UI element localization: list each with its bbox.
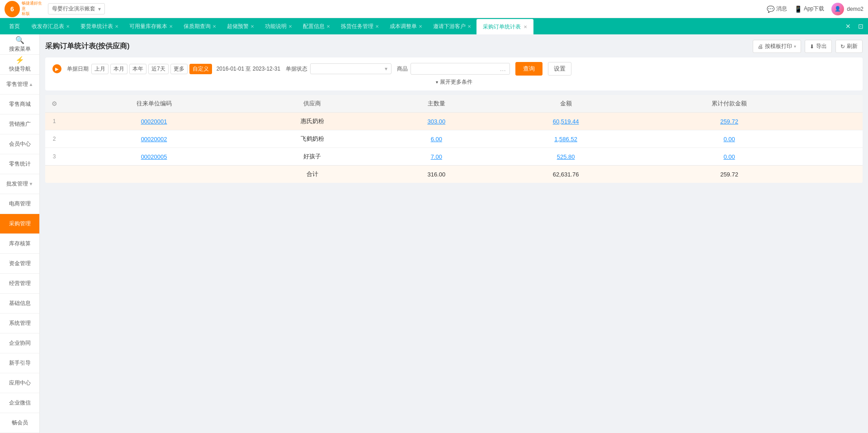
status-filter-group: 单据状态 ▾ [286, 63, 392, 74]
row-paid[interactable]: 259.72 [639, 113, 820, 130]
sidebar-item-ecommerce[interactable]: 电商管理 [0, 194, 39, 214]
sidebar-item-enterprise[interactable]: 企业协同 [0, 333, 39, 353]
date-filter-group: 单据日期 上月 本月 本年 近7天 更多 自定义 2016-01-01 至 20… [67, 64, 280, 74]
settings-icon[interactable]: ⚙ [52, 100, 57, 107]
row-code[interactable]: 00020005 [63, 148, 245, 166]
close-icon[interactable]: ✕ [419, 24, 422, 29]
expand-more-btn[interactable]: ▾ 展开更多条件 [436, 78, 472, 86]
tab-keyongliang[interactable]: 可用量库存账本 ✕ [124, 18, 178, 34]
chevron-down-icon: ▾ [436, 80, 438, 85]
btn-last-7[interactable]: 近7天 [148, 64, 169, 74]
goods-filter-group: 商品 … [397, 63, 510, 75]
col-amount: 金额 [493, 95, 639, 113]
row-amount[interactable]: 1,586.52 [493, 130, 639, 148]
tab-yaoqing[interactable]: 邀请下游客户 ✕ [428, 18, 476, 34]
filter-toggle-arrow[interactable]: ▶ [52, 64, 61, 73]
close-icon[interactable]: ✕ [288, 24, 292, 29]
download-icon: 📱 [794, 5, 802, 13]
nav-close-btn[interactable]: ✕ [844, 22, 853, 31]
close-icon[interactable]: ✕ [524, 24, 527, 29]
sidebar-item-operations[interactable]: 经营管理 [0, 274, 39, 294]
btn-this-month[interactable]: 本月 [110, 64, 127, 74]
message-icon: 💬 [767, 5, 774, 13]
sidebar-item-marketing[interactable]: 营销推广 [0, 114, 39, 134]
tab-chaochuyujing[interactable]: 超储预警 ✕ [222, 18, 259, 34]
query-button[interactable]: 查询 [515, 62, 542, 76]
btn-this-year[interactable]: 本年 [129, 64, 146, 74]
row-code[interactable]: 00020001 [63, 113, 245, 130]
close-icon[interactable]: ✕ [467, 24, 471, 29]
row-index: 3 [45, 148, 63, 166]
footer-paid: 259.72 [639, 166, 820, 183]
close-icon[interactable]: ✕ [326, 24, 330, 29]
nav-right-actions: ✕ ⊡ [844, 22, 865, 31]
workspace-selector[interactable]: 母婴行业演示账套 ▾ [48, 3, 105, 14]
tab-gongneng[interactable]: 功能说明 ✕ [259, 18, 297, 34]
row-quantity[interactable]: 6.00 [380, 130, 493, 148]
row-paid[interactable]: 0.00 [639, 148, 820, 166]
btn-custom[interactable]: 自定义 [189, 64, 212, 74]
close-icon[interactable]: ✕ [375, 24, 379, 29]
sidebar-item-retail-mall[interactable]: 零售商城 [0, 95, 39, 114]
row-quantity[interactable]: 7.00 [380, 148, 493, 166]
sidebar-item-wechat[interactable]: 企业微信 [0, 393, 39, 413]
settings-button[interactable]: 设置 [548, 62, 571, 76]
sidebar-item-member[interactable]: 会员中心 [0, 134, 39, 154]
table-row: 2 00020002 飞鹤奶粉 6.00 1,586.52 0.00 [45, 130, 863, 148]
date-label: 单据日期 [67, 65, 89, 73]
tab-jianhuo[interactable]: 拣货任务管理 ✕ [335, 18, 384, 34]
col-settings[interactable]: ⚙ [45, 95, 63, 113]
table-row: 1 00020001 惠氏奶粉 303.00 60,519.44 259.72 [45, 113, 863, 130]
row-amount[interactable]: 525.80 [493, 148, 639, 166]
sidebar-item-purchase[interactable]: 采购管理 [0, 214, 39, 234]
sidebar-item-changhui[interactable]: 畅会员 [0, 413, 39, 433]
nav-expand-btn[interactable]: ⊡ [856, 22, 865, 31]
tab-peizhi[interactable]: 配置信息 ✕ [297, 18, 335, 34]
row-amount[interactable]: 60,519.44 [493, 113, 639, 130]
footer-quantity: 316.00 [380, 166, 493, 183]
tab-chengben[interactable]: 成本调整单 ✕ [384, 18, 428, 34]
close-icon[interactable]: ✕ [212, 24, 216, 29]
search-icon: 🔍 [15, 36, 24, 44]
goods-input[interactable]: … [410, 63, 510, 75]
tab-shoufacun[interactable]: 收发存汇总表 ✕ [26, 18, 75, 34]
refresh-button[interactable]: ↻ 刷新 [835, 40, 863, 53]
sidebar-item-search[interactable]: 🔍 搜索菜单 [0, 34, 39, 55]
close-icon[interactable]: ✕ [169, 24, 173, 29]
tab-baozhi[interactable]: 保质期查询 ✕ [178, 18, 222, 34]
tab-home[interactable]: 首页 [3, 18, 26, 34]
sidebar-item-wholesale[interactable]: 批发管理 ▼ [0, 174, 39, 194]
sidebar-item-basic-info[interactable]: 基础信息 [0, 294, 39, 314]
status-select[interactable]: ▾ [310, 63, 392, 74]
filter-area: ▶ 单据日期 上月 本月 本年 近7天 更多 自定义 2016-01-01 至 … [45, 57, 863, 90]
sidebar-item-retail-mgmt[interactable]: 零售管理 ▲ [0, 75, 39, 95]
close-icon[interactable]: ✕ [115, 24, 118, 29]
date-range-display: 2016-01-01 至 2023-12-31 [217, 65, 280, 73]
user-avatar[interactable]: 👤 demo2 [831, 3, 863, 15]
tab-yaohuodan[interactable]: 要货单统计表 ✕ [75, 18, 124, 34]
top-right-actions: 💬 消息 📱 App下载 👤 demo2 [767, 3, 863, 15]
more-icon[interactable]: … [500, 65, 506, 72]
close-icon[interactable]: ✕ [66, 24, 70, 29]
row-paid[interactable]: 0.00 [639, 130, 820, 148]
sidebar-item-finance[interactable]: 资金管理 [0, 254, 39, 274]
btn-last-month[interactable]: 上月 [91, 64, 108, 74]
close-icon[interactable]: ✕ [250, 24, 254, 29]
sidebar-item-inventory[interactable]: 库存核算 [0, 234, 39, 254]
message-button[interactable]: 💬 消息 [767, 5, 787, 13]
sidebar-item-newbie[interactable]: 新手引导 [0, 353, 39, 373]
app-download-button[interactable]: 📱 App下载 [794, 5, 824, 13]
btn-more-dates[interactable]: 更多 [170, 64, 188, 74]
tab-caigou-active[interactable]: 采购订单统计表 ✕ [476, 19, 533, 34]
nav-icon: ⚡ [15, 56, 24, 64]
print-button[interactable]: 🖨 按模板打印 ▾ [753, 40, 801, 53]
sidebar-item-retail-stats[interactable]: 零售统计 [0, 154, 39, 174]
row-quantity[interactable]: 303.00 [380, 113, 493, 130]
row-supplier: 惠氏奶粉 [245, 113, 380, 130]
sidebar-item-quick-nav[interactable]: ⚡ 快捷导航 [0, 55, 39, 75]
row-code[interactable]: 00020002 [63, 130, 245, 148]
sidebar-item-system[interactable]: 系统管理 [0, 314, 39, 333]
filter-row: ▶ 单据日期 上月 本月 本年 近7天 更多 自定义 2016-01-01 至 … [52, 62, 855, 76]
sidebar-item-app-center[interactable]: 应用中心 [0, 373, 39, 393]
export-button[interactable]: ⬇ 导出 [805, 40, 832, 53]
